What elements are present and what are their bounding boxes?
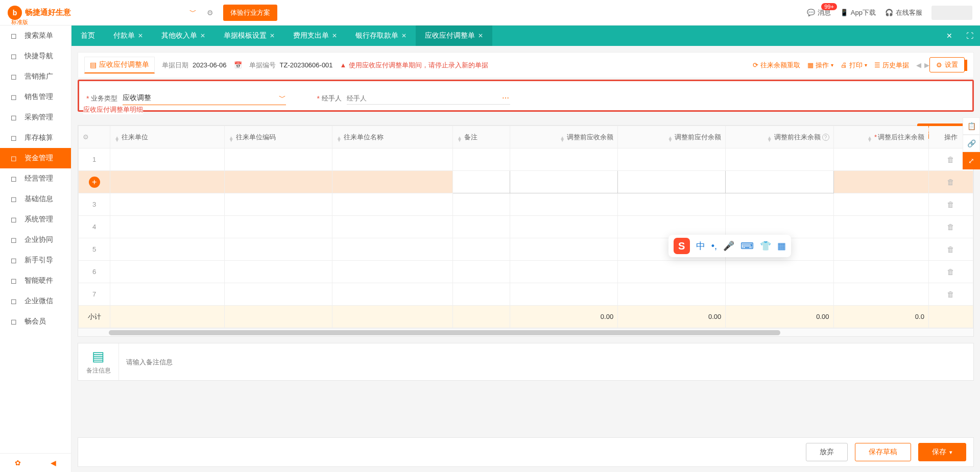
remark-input[interactable] (119, 343, 973, 380)
discard-button[interactable]: 放弃 (806, 443, 848, 461)
sidebar-item-8[interactable]: ◻基础信息 (0, 189, 71, 209)
cell[interactable] (332, 193, 453, 216)
fullscreen-button[interactable]: ⛶ (960, 26, 980, 46)
col-header[interactable]: ▲▼调整前应付余额 (618, 126, 726, 148)
org-selector[interactable]: ﹀ (89, 5, 202, 21)
cell[interactable] (833, 148, 928, 171)
delete-row-button[interactable]: 🗑 (947, 178, 954, 186)
cell[interactable] (110, 193, 225, 216)
cell[interactable] (224, 148, 332, 171)
sidebar-item-14[interactable]: ◻畅会员 (0, 311, 71, 332)
cell[interactable] (726, 148, 833, 171)
cell[interactable] (332, 283, 453, 306)
cell[interactable] (332, 216, 453, 238)
cell[interactable] (453, 216, 510, 238)
col-header[interactable]: ▲▼往来单位名称 (332, 126, 453, 148)
add-row-button[interactable]: + (89, 177, 100, 188)
sort-icon[interactable]: ▲▼ (767, 136, 772, 141)
close-icon[interactable]: ✕ (138, 32, 143, 39)
cell[interactable] (833, 216, 928, 238)
delete-row-button[interactable]: 🗑 (947, 200, 954, 209)
sidebar-item-0[interactable]: ◻搜索菜单 (0, 26, 71, 46)
col-header[interactable]: ▲▼*调整后往来余额 (833, 126, 928, 148)
cell[interactable] (453, 283, 510, 306)
cell[interactable] (833, 238, 928, 261)
sort-icon[interactable]: ▲▼ (457, 136, 462, 141)
cell[interactable] (618, 193, 726, 216)
cell[interactable] (224, 193, 332, 216)
sort-icon[interactable]: ▲▼ (867, 136, 872, 141)
cell[interactable] (510, 216, 617, 238)
cell[interactable] (726, 171, 833, 193)
scrollbar-thumb[interactable] (109, 330, 780, 335)
table-row[interactable]: 4🗑 (79, 216, 973, 238)
sidebar-item-6[interactable]: ◻资金管理 (0, 148, 71, 168)
cell[interactable] (833, 283, 928, 306)
cell[interactable] (510, 148, 617, 171)
tab-0[interactable]: 首页 (71, 26, 104, 46)
cell[interactable] (618, 261, 726, 283)
table-row[interactable]: 6🗑 (79, 261, 973, 283)
table-row[interactable]: 5🗑 (79, 238, 973, 261)
sort-icon[interactable]: ▲▼ (560, 136, 565, 141)
sidebar-item-9[interactable]: ◻系统管理 (0, 209, 71, 230)
gear-icon[interactable]: ⚙ (83, 133, 89, 141)
history-button[interactable]: ☰历史单据 (874, 61, 909, 70)
cell[interactable] (833, 261, 928, 283)
tab-5[interactable]: 银行存取款单✕ (346, 26, 416, 46)
calendar-icon[interactable]: 📅 (234, 61, 242, 69)
col-header[interactable]: ▲▼往来单位编码 (224, 126, 332, 148)
cell[interactable] (453, 261, 510, 283)
cell[interactable] (110, 171, 225, 193)
cell[interactable] (110, 216, 225, 238)
ime-voice-icon[interactable]: 🎤 (723, 240, 734, 252)
cell[interactable] (224, 283, 332, 306)
col-header[interactable]: ▲▼备注 (453, 126, 510, 148)
cell[interactable] (332, 238, 453, 261)
print-dropdown[interactable]: 🖨打印▾ (841, 61, 867, 70)
tab-4[interactable]: 费用支出单✕ (284, 26, 346, 46)
attachment-tool[interactable]: 🔗 (963, 135, 980, 152)
sort-icon[interactable]: ▲▼ (337, 136, 342, 141)
sidebar-item-1[interactable]: ◻快捷导航 (0, 46, 71, 66)
sidebar-item-2[interactable]: ◻营销推广 (0, 66, 71, 87)
delete-row-button[interactable]: 🗑 (947, 222, 954, 231)
cell[interactable] (618, 148, 726, 171)
cell[interactable] (726, 261, 833, 283)
ime-toolbar[interactable]: S 中 •, 🎤 ⌨ 👕 ▦ (668, 235, 791, 257)
message-button[interactable]: 💬 消息 99+ (807, 8, 831, 17)
business-type-select[interactable]: 应收调整 ﹀ (123, 91, 286, 105)
next-doc-button[interactable]: ▶ (924, 61, 929, 69)
cell[interactable] (833, 193, 928, 216)
cell[interactable] (332, 261, 453, 283)
expand-tool[interactable]: ⤢ (963, 152, 980, 169)
horizontal-scrollbar[interactable] (78, 328, 973, 336)
ime-skin-icon[interactable]: 👕 (760, 240, 771, 252)
cell[interactable] (224, 261, 332, 283)
sidebar-item-11[interactable]: ◻新手引导 (0, 250, 71, 270)
handler-picker-icon[interactable]: ⋯ (502, 94, 510, 102)
cell[interactable] (510, 171, 617, 193)
cell[interactable] (332, 171, 453, 193)
cell[interactable] (618, 171, 726, 193)
delete-row-button[interactable]: 🗑 (947, 290, 954, 299)
close-icon[interactable]: ✕ (401, 32, 407, 39)
form-settings-button[interactable]: ⚙ 设置 (929, 57, 965, 72)
table-row[interactable]: 1🗑 (79, 148, 973, 171)
table-row[interactable]: 3🗑 (79, 193, 973, 216)
sidebar-item-7[interactable]: ◻经营管理 (0, 168, 71, 189)
delete-row-button[interactable]: 🗑 (947, 155, 954, 164)
tab-2[interactable]: 其他收入单✕ (152, 26, 214, 46)
col-header[interactable]: ▲▼调整前往来余额? (726, 126, 833, 148)
cell[interactable] (332, 148, 453, 171)
sort-icon[interactable]: ▲▼ (229, 136, 234, 141)
sidebar-settings-button[interactable]: ✿ (0, 454, 36, 472)
info-icon[interactable]: ? (822, 134, 829, 141)
cell[interactable] (224, 171, 332, 193)
close-all-tabs-button[interactable]: ✕ (939, 26, 960, 46)
delete-row-button[interactable]: 🗑 (947, 245, 954, 254)
handler-input-wrap[interactable]: ⋯ (347, 92, 510, 105)
cell[interactable] (224, 238, 332, 261)
col-header[interactable]: ▲▼调整前应收余额 (510, 126, 617, 148)
settings-gear-button[interactable]: ⚙ (202, 5, 218, 21)
